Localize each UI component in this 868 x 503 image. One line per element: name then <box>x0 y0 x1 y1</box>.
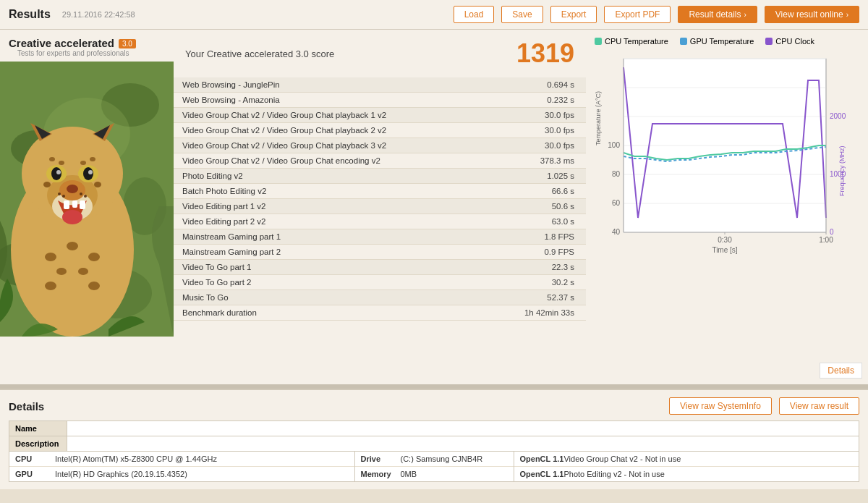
cpu-value: Intel(R) Atom(TM) x5-Z8300 CPU @ 1.44GHz <box>55 455 217 463</box>
svg-point-32 <box>49 157 55 161</box>
table-row: Web Browsing - Amazonia0.232 s <box>174 93 586 108</box>
legend-cpu-temp: CPU Temperature <box>595 37 668 46</box>
center-panel: Your Creative accelerated 3.0 score 1319… <box>174 30 586 384</box>
view-raw-result-button[interactable]: View raw result <box>779 397 859 415</box>
load-button[interactable]: Load <box>454 6 495 23</box>
view-raw-sysinfo-button[interactable]: View raw SystemInfo <box>669 397 772 415</box>
svg-point-38 <box>45 253 56 261</box>
table-row: Mainstream Gaming part 20.9 FPS <box>174 245 586 260</box>
cpu-clock-color-dot <box>765 38 773 45</box>
opencl1-label: OpenCL 1.1 <box>520 455 564 463</box>
cpu-temp-label: CPU Temperature <box>605 37 668 46</box>
result-name: Benchmark duration <box>174 305 485 321</box>
result-value: 378.3 ms <box>485 153 586 169</box>
view-result-online-button[interactable]: View result online › <box>765 6 859 23</box>
result-name: Photo Editing v2 <box>174 169 485 184</box>
table-row: Video Group Chat v2 / Video Group Chat p… <box>174 138 586 153</box>
gpu-temp-label: GPU Temperature <box>690 37 754 46</box>
svg-text:0:30: 0:30 <box>718 236 732 244</box>
result-name: Music To Go <box>174 290 485 305</box>
svg-text:0: 0 <box>830 228 834 236</box>
result-name: Video Group Chat v2 / Video Group Chat p… <box>174 123 485 138</box>
svg-point-28 <box>43 182 51 187</box>
svg-text:Time [s]: Time [s] <box>712 246 737 254</box>
result-name: Batch Photo Editing v2 <box>174 184 485 199</box>
main-area: Creative accelerated 3.0 Tests for exper… <box>0 30 868 384</box>
legend-gpu-temp: GPU Temperature <box>680 37 754 46</box>
svg-point-43 <box>45 282 56 290</box>
svg-point-19 <box>88 170 93 174</box>
result-name: Video To Go part 1 <box>174 260 485 275</box>
result-name: Video Editing part 2 v2 <box>174 214 485 229</box>
result-value: 66.6 s <box>485 184 586 199</box>
svg-point-13 <box>67 185 78 193</box>
chevron-right-icon: › <box>744 11 746 19</box>
name-row: Name <box>9 420 859 436</box>
opencl-column: OpenCL 1.1 Video Group Chat v2 - Not in … <box>514 452 859 481</box>
svg-point-29 <box>94 182 101 187</box>
details-title: Details <box>9 400 669 413</box>
gpu-temp-color-dot <box>680 38 687 45</box>
opencl2-label: OpenCL 1.1 <box>520 470 564 478</box>
gpu-label: GPU <box>15 470 55 478</box>
svg-point-42 <box>78 268 88 275</box>
table-row: Video Editing part 2 v263.0 s <box>174 214 586 229</box>
result-value: 0.694 s <box>485 77 586 93</box>
right-panel: CPU Temperature GPU Temperature CPU Cloc… <box>586 30 868 384</box>
result-value: 50.6 s <box>485 199 586 214</box>
svg-rect-24 <box>64 200 69 209</box>
result-value: 1.025 s <box>485 169 586 184</box>
svg-point-31 <box>80 161 86 165</box>
svg-text:80: 80 <box>612 170 621 178</box>
result-value: 0.232 s <box>485 93 586 108</box>
benchmark-subtitle: Tests for experts and professionals <box>17 49 136 57</box>
export-button[interactable]: Export <box>550 6 597 23</box>
drive-value: (C:) Samsung CJNB4R <box>401 455 483 463</box>
result-name: Video Editing part 1 v2 <box>174 199 485 214</box>
opencl2-row: OpenCL 1.1 Photo Editing v2 - Not in use <box>514 467 859 481</box>
result-value: 1h 42min 33s <box>485 305 586 321</box>
svg-point-34 <box>58 193 61 195</box>
table-row: Video Editing part 1 v250.6 s <box>174 199 586 214</box>
details-header: Details View raw SystemInfo View raw res… <box>9 397 859 415</box>
name-value <box>67 421 859 436</box>
cpu-temp-color-dot <box>595 38 602 45</box>
svg-rect-26 <box>80 200 85 209</box>
svg-point-40 <box>88 253 100 261</box>
memory-row: Memory 0MB <box>355 467 514 481</box>
result-value: 63.0 s <box>485 214 586 229</box>
benchmark-title: Creative accelerated <box>9 37 114 49</box>
result-value: 52.37 s <box>485 290 586 305</box>
result-name: Video Group Chat v2 / Video Group Chat e… <box>174 153 485 169</box>
result-name: Mainstream Gaming part 2 <box>174 245 485 260</box>
result-value: 0.9 FPS <box>485 245 586 260</box>
details-section: Details View raw SystemInfo View raw res… <box>0 389 868 489</box>
results-table: Web Browsing - JunglePin0.694 sWeb Brows… <box>174 77 586 321</box>
chart-svg: 40 60 80 100 0 1000 2000 Temperature (A°… <box>595 51 848 254</box>
svg-point-33 <box>90 157 95 161</box>
benchmark-image <box>0 62 174 337</box>
chart-legend: CPU Temperature GPU Temperature CPU Cloc… <box>595 37 859 46</box>
benchmark-version: 3.0 <box>119 39 136 48</box>
left-panel: Creative accelerated 3.0 Tests for exper… <box>0 30 174 384</box>
legend-cpu-clock: CPU Clock <box>765 37 814 46</box>
svg-rect-25 <box>72 200 77 208</box>
svg-point-30 <box>59 161 64 165</box>
table-row: Web Browsing - JunglePin0.694 s <box>174 77 586 93</box>
svg-text:60: 60 <box>612 199 621 207</box>
score-bar: Your Creative accelerated 3.0 score 1319 <box>174 30 586 77</box>
svg-point-37 <box>84 195 87 198</box>
save-button[interactable]: Save <box>501 6 542 23</box>
details-button[interactable]: Details <box>820 363 862 379</box>
svg-text:Temperature (A°C): Temperature (A°C) <box>595 91 602 145</box>
result-name: Video To Go part 2 <box>174 275 485 290</box>
result-name: Mainstream Gaming part 1 <box>174 229 485 245</box>
score-value: 1319 <box>516 38 574 69</box>
chevron-right-icon: › <box>846 11 848 19</box>
cpu-gpu-column: CPU Intel(R) Atom(TM) x5-Z8300 CPU @ 1.4… <box>9 452 355 481</box>
gpu-row: GPU Intel(R) HD Graphics (20.19.15.4352) <box>9 467 354 481</box>
result-details-button[interactable]: Result details › <box>678 6 757 23</box>
result-value: 30.0 fps <box>485 123 586 138</box>
result-name: Web Browsing - JunglePin <box>174 77 485 93</box>
export-pdf-button[interactable]: Export PDF <box>604 6 671 23</box>
